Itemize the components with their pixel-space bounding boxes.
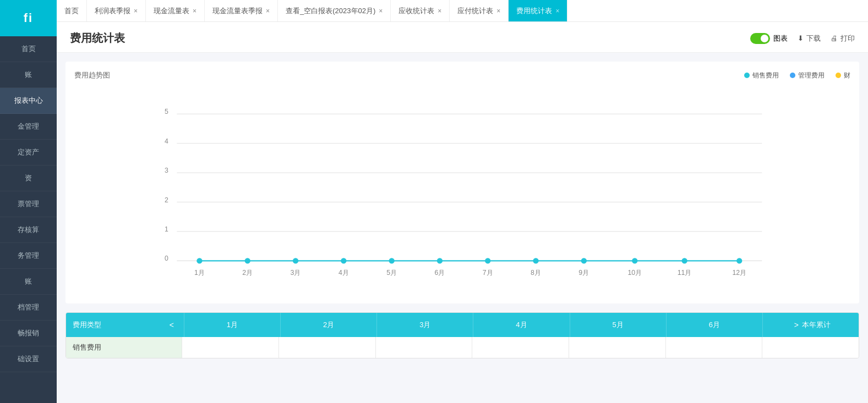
sidebar-item-tickets[interactable]: 票管理	[0, 191, 57, 217]
svg-point-22	[681, 258, 687, 263]
main-area: 首页 利润表季报 × 现金流量表 × 现金流量表季报 × 查看_空白报表(202…	[57, 0, 868, 403]
th-m3-label: 3月	[419, 320, 430, 330]
td-m2	[279, 337, 376, 358]
legend-admin-label: 管理费用	[798, 71, 825, 80]
nav-prev[interactable]: <	[166, 319, 177, 330]
svg-text:2月: 2月	[242, 269, 253, 277]
table-header: 费用类型 < 1月 2月 3月 4月 5月	[66, 313, 859, 337]
tab-receivable-close[interactable]: ×	[438, 7, 441, 15]
svg-text:8月: 8月	[531, 269, 541, 277]
svg-point-16	[389, 258, 394, 263]
sidebar-item-settings[interactable]: 础设置	[0, 346, 57, 372]
th-m2: 2月	[281, 313, 377, 337]
th-m6: 6月	[667, 313, 763, 337]
svg-point-13	[245, 258, 250, 263]
sidebar-item-payroll[interactable]: 账	[0, 269, 57, 295]
legend-admin: 管理费用	[790, 71, 825, 80]
download-button[interactable]: ⬇ 下载	[798, 34, 821, 43]
tab-profit-close[interactable]: ×	[134, 7, 138, 15]
svg-point-14	[293, 258, 298, 263]
chart-title: 费用趋势图	[74, 70, 110, 80]
svg-text:12月: 12月	[732, 269, 746, 277]
tab-profit[interactable]: 利润表季报 ×	[87, 0, 146, 21]
th-m4-label: 4月	[516, 320, 527, 330]
svg-point-18	[485, 258, 490, 263]
legend-finance-label: 财	[844, 71, 850, 80]
svg-text:4月: 4月	[339, 269, 349, 277]
tab-payable-label: 应付统计表	[457, 6, 493, 16]
chart-header: 费用趋势图 销售费用 管理费用 财	[74, 70, 850, 80]
tab-cashflow[interactable]: 现金流量表 ×	[146, 0, 205, 21]
tab-home-label: 首页	[64, 6, 79, 16]
tab-home[interactable]: 首页	[57, 0, 87, 21]
legend-admin-dot	[790, 73, 795, 78]
svg-point-21	[632, 258, 637, 263]
th-type-label: 费用类型	[73, 320, 101, 330]
sidebar-item-assets[interactable]: 定资产	[0, 140, 57, 165]
sidebar-item-services[interactable]: 务管理	[0, 243, 57, 269]
svg-text:1: 1	[165, 225, 168, 233]
download-label: 下载	[806, 34, 821, 43]
legend-sales: 销售费用	[744, 71, 779, 80]
tab-receivable[interactable]: 应收统计表 ×	[391, 0, 450, 21]
tab-blank-report[interactable]: 查看_空白报表(2023年02月) ×	[278, 0, 391, 21]
page-title: 费用统计表	[70, 31, 125, 46]
chart-toggle-wrap[interactable]: 图表	[750, 33, 788, 44]
tab-cashflow-quarterly-close[interactable]: ×	[266, 7, 270, 15]
th-ytd-label: 本年累计	[802, 320, 831, 330]
chart-toggle[interactable]	[750, 33, 770, 44]
td-m1	[182, 337, 279, 358]
svg-text:7月: 7月	[483, 269, 493, 277]
svg-text:4: 4	[165, 137, 168, 145]
download-icon: ⬇	[798, 34, 804, 42]
th-ytd: > 本年累计	[763, 313, 859, 337]
th-m3: 3月	[377, 313, 473, 337]
tab-blank-report-close[interactable]: ×	[379, 7, 383, 15]
tab-payable[interactable]: 应付统计表 ×	[450, 0, 509, 21]
tab-cashflow-quarterly[interactable]: 现金流量表季报 ×	[205, 0, 278, 21]
td-m5	[569, 337, 666, 358]
svg-text:5: 5	[165, 108, 168, 115]
th-m5: 5月	[570, 313, 667, 337]
tab-cashflow-close[interactable]: ×	[193, 7, 196, 15]
svg-text:2: 2	[165, 196, 168, 204]
tab-expense-close[interactable]: ×	[555, 7, 559, 15]
svg-point-20	[581, 258, 587, 263]
th-type: 费用类型 <	[66, 313, 184, 337]
tab-profit-label: 利润表季报	[95, 6, 130, 16]
tab-payable-close[interactable]: ×	[496, 7, 500, 15]
tabs-bar: 首页 利润表季报 × 现金流量表 × 现金流量表季报 × 查看_空白报表(202…	[57, 0, 868, 22]
th-m2-label: 2月	[323, 320, 334, 330]
print-button[interactable]: 🖨 打印	[831, 34, 855, 43]
content-area: 费用统计表 图表 ⬇ 下载 🖨 打印 费用趋势图	[57, 22, 868, 403]
td-type-value: 销售费用	[73, 343, 101, 352]
table-row: 销售费用	[66, 337, 859, 358]
svg-point-12	[196, 258, 202, 263]
chart-container: 0 1 2 3 4 5	[74, 86, 850, 295]
sidebar-item-funds[interactable]: 金管理	[0, 114, 57, 140]
sidebar-item-refund[interactable]: 畅报销	[0, 321, 57, 346]
tab-cashflow-quarterly-label: 现金流量表季报	[212, 6, 263, 16]
sidebar-item-account[interactable]: 账	[0, 62, 57, 88]
td-type: 销售费用	[66, 337, 182, 358]
tab-expense[interactable]: 费用统计表 ×	[509, 0, 567, 21]
svg-point-23	[736, 258, 742, 263]
sidebar-item-inventory[interactable]: 存核算	[0, 217, 57, 243]
table-body: 销售费用	[66, 337, 859, 358]
td-m3	[376, 337, 473, 358]
sidebar-logo: fi	[0, 0, 57, 36]
sidebar-item-investment[interactable]: 资	[0, 165, 57, 191]
nav-next[interactable]: >	[791, 319, 802, 330]
legend-finance-dot	[836, 73, 841, 78]
sidebar-item-home[interactable]: 首页	[0, 36, 57, 62]
svg-text:6月: 6月	[434, 269, 445, 277]
th-m5-label: 5月	[612, 320, 623, 330]
legend-sales-dot	[744, 73, 750, 78]
sidebar-item-reports[interactable]: 报表中心	[0, 88, 57, 114]
svg-text:9月: 9月	[578, 269, 589, 277]
print-label: 打印	[840, 34, 855, 43]
svg-point-17	[437, 258, 443, 263]
sidebar-item-archives[interactable]: 档管理	[0, 295, 57, 321]
tab-cashflow-label: 现金流量表	[154, 6, 189, 16]
chart-section: 费用趋势图 销售费用 管理费用 财	[65, 62, 859, 303]
